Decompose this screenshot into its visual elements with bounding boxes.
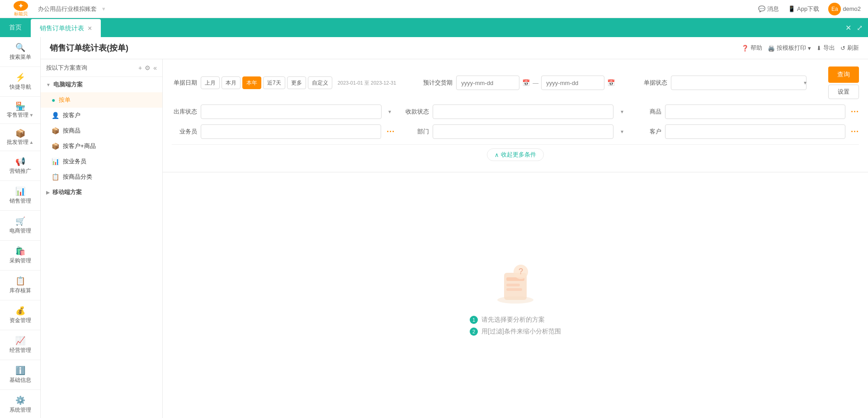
filter-expected-date-item: 预计交货期 📅 — 📅 [423, 76, 615, 90]
sidebar-item-label: 搜索菜单 [9, 53, 31, 61]
salesperson-input[interactable] [201, 124, 381, 139]
breadcrumb-arrow[interactable]: ▾ [102, 5, 105, 12]
filter-row-date: 单据日期 上月 本月 本年 近7天 更多 自定义 2023-01-01 至 20… [172, 66, 859, 99]
message-icon: 💬 [758, 5, 765, 12]
wholesale-label: 批发管理 ▲ [7, 138, 34, 146]
tab-close-icon[interactable]: × [88, 24, 92, 33]
svg-rect-4 [506, 288, 522, 291]
filter-doc-status-item: 单据状态 [642, 76, 810, 90]
scheme-item-by-customer-commodity[interactable]: 📦 按客户+商品 [41, 138, 162, 154]
svg-text:?: ? [519, 267, 523, 276]
doc-status-label: 单据状态 [642, 79, 667, 87]
base-icon: ℹ️ [15, 366, 25, 375]
scheme-item-by-category[interactable]: 📋 按商品分类 [41, 169, 162, 185]
user-profile[interactable]: Ea demo2 [828, 3, 861, 15]
date-btn-last-month[interactable]: 上月 [201, 76, 220, 89]
salesperson-dots-button[interactable]: ··· [387, 128, 395, 136]
doc-status-select-wrapper [671, 76, 810, 90]
delivery-status-wrapper [201, 104, 395, 119]
empty-step-1: 1 请先选择要分析的方案 [470, 316, 561, 324]
date-btn-this-year[interactable]: 本年 [242, 76, 261, 89]
sidebar-item-base[interactable]: ℹ️ 基础信息 [0, 360, 40, 390]
window-close-icon[interactable]: ✕ [845, 24, 851, 32]
page-actions: ❓ 帮助 🖨️ 按模板打印 ▾ ⬇ 导出 ↺ 刷新 [741, 44, 859, 52]
filter-department-item: 部门 [404, 124, 627, 139]
sidebar-item-operations[interactable]: 📈 经营管理 [0, 330, 40, 360]
date-quick-buttons: 上月 本月 本年 近7天 更多 自定义 [201, 76, 332, 89]
scheme-item-by-customer[interactable]: 👤 按客户 [41, 108, 162, 123]
setting-button[interactable]: 设置 [828, 85, 859, 99]
expected-date-end-input[interactable] [541, 76, 604, 90]
date-btn-this-month[interactable]: 本月 [222, 76, 241, 89]
sidebar-item-retail[interactable]: 🏪 零售管理 ▼ [0, 97, 40, 124]
sidebar-item-search[interactable]: 🔍 搜索菜单 [0, 37, 40, 67]
message-button[interactable]: 💬 消息 [758, 5, 779, 13]
print-button[interactable]: 🖨️ 按模板打印 ▾ [768, 44, 811, 52]
empty-step-2: 2 用[过滤]条件来缩小分析范围 [470, 328, 561, 336]
department-label: 部门 [404, 128, 429, 136]
step-2-text: 用[过滤]条件来缩小分析范围 [481, 328, 561, 336]
doc-status-select[interactable] [671, 76, 807, 90]
sidebar-item-nav[interactable]: ⚡ 快捷导航 [0, 67, 40, 97]
sidebar-item-sales[interactable]: 📊 销售管理 [0, 181, 40, 211]
avatar-text: Ea [831, 6, 838, 12]
sidebar-item-marketing[interactable]: 📢 营销推广 [0, 151, 40, 181]
add-scheme-button[interactable]: + [138, 64, 142, 71]
expected-date-start-input[interactable] [456, 76, 519, 90]
marketing-icon: 📢 [15, 157, 25, 166]
help-button[interactable]: ❓ 帮助 [741, 44, 762, 52]
query-button[interactable]: 查询 [828, 66, 859, 83]
sidebar-item-system[interactable]: ⚙️ 系统管理 [0, 390, 40, 418]
sidebar-item-inventory[interactable]: 📋 库存核算 [0, 271, 40, 300]
commodity-dots-button[interactable]: ··· [851, 108, 859, 116]
sidebar-item-purchase[interactable]: 🛍️ 采购管理 [0, 241, 40, 271]
scheme-group-label: 电脑端方案 [53, 81, 83, 89]
scheme-group-mobile[interactable]: ▶ 移动端方案 [41, 185, 162, 200]
sidebar-item-label: 经营管理 [9, 347, 31, 354]
tab-home[interactable]: 首页 [0, 18, 31, 37]
inner-layout: 按以下方案查询 + ⚙ « ▼ 电脑端方案 ● 按单 [41, 59, 868, 418]
delivery-status-select[interactable] [201, 104, 382, 119]
scheme-label: 按商品 [63, 127, 80, 135]
commodity-input[interactable] [665, 104, 845, 119]
department-select[interactable] [433, 124, 613, 139]
export-button[interactable]: ⬇ 导出 [816, 44, 835, 52]
main-layout: 🔍 搜索菜单 ⚡ 快捷导航 🏪 零售管理 ▼ 📦 批发管理 ▲ 📢 营销推广 📊… [0, 37, 868, 418]
date-btn-more[interactable]: 更多 [287, 76, 306, 89]
customer-dots-button[interactable]: ··· [851, 128, 859, 136]
scheme-item-by-order[interactable]: ● 按单 [41, 92, 162, 108]
tab-active[interactable]: 销售订单统计表 × [31, 19, 101, 38]
refresh-button[interactable]: ↺ 刷新 [840, 44, 859, 52]
sidebar-item-wholesale[interactable]: 📦 批发管理 ▲ [0, 124, 40, 151]
sidebar-item-ecommerce[interactable]: 🛒 电商管理 [0, 211, 40, 241]
scheme-item-by-commodity[interactable]: 📦 按商品 [41, 123, 162, 138]
sidebar-item-label: 营销推广 [9, 167, 31, 175]
sidebar-item-finance[interactable]: 💰 资金管理 [0, 300, 40, 330]
scheme-item-by-salesperson[interactable]: 📊 按业务员 [41, 154, 162, 169]
nav-icon: ⚡ [15, 72, 25, 82]
app-download-button[interactable]: 📱 App下载 [788, 5, 819, 13]
customer-input[interactable] [665, 124, 845, 139]
scheme-label: 按客户+商品 [63, 142, 96, 150]
sidebar-item-label: 库存核算 [9, 287, 31, 294]
ecommerce-icon: 🛒 [15, 216, 25, 226]
window-expand-icon[interactable]: ⤢ [857, 24, 863, 32]
scheme-customer-icon: 👤 [52, 112, 59, 119]
payment-status-wrapper [433, 104, 627, 119]
scheme-group-pc[interactable]: ▼ 电脑端方案 [41, 77, 162, 92]
department-wrapper [433, 124, 627, 139]
collapse-button[interactable]: ∧ 收起更多条件 [487, 148, 544, 161]
date-btn-7-days[interactable]: 近7天 [263, 76, 285, 89]
page-title: 销售订单统计表(按单) [50, 43, 128, 53]
payment-status-select[interactable] [433, 104, 613, 119]
calendar-end-icon[interactable]: 📅 [607, 79, 615, 86]
scheme-group-label: 移动端方案 [52, 188, 82, 196]
calendar-start-icon[interactable]: 📅 [522, 79, 530, 86]
search-icon: 🔍 [15, 43, 25, 52]
scheme-settings-button[interactable]: ⚙ [145, 64, 151, 71]
finance-icon: 💰 [15, 306, 25, 316]
date-btn-custom[interactable]: 自定义 [308, 76, 332, 89]
scheme-salesperson-icon: 📊 [52, 158, 59, 165]
right-panel: 单据日期 上月 本月 本年 近7天 更多 自定义 2023-01-01 至 20… [163, 59, 868, 418]
panel-collapse-button[interactable]: « [153, 64, 157, 71]
